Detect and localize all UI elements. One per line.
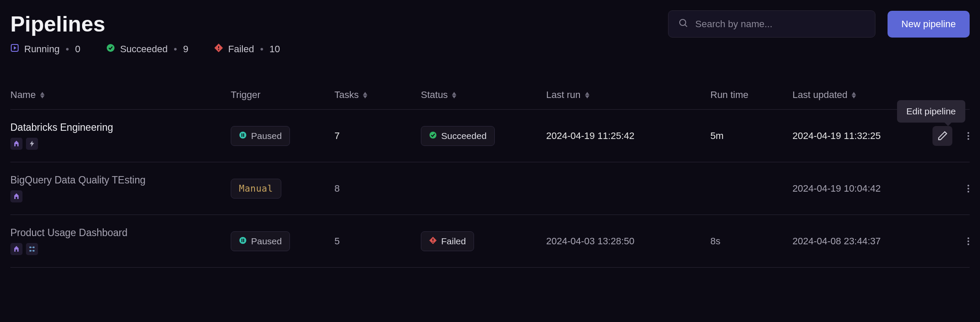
pipeline-type-icons <box>10 190 231 202</box>
filter-count: 10 <box>270 44 280 55</box>
table-row[interactable]: Databricks Engineering Paused 7 Succeede… <box>10 110 970 162</box>
column-status[interactable]: Status <box>421 89 546 101</box>
edit-pipeline-tooltip: Edit pipeline <box>897 100 965 123</box>
column-name[interactable]: Name <box>10 89 231 101</box>
svg-rect-9 <box>242 133 242 137</box>
svg-rect-28 <box>243 239 244 242</box>
check-circle-icon <box>106 44 115 55</box>
run-time-value: 8s <box>710 236 792 247</box>
svg-point-7 <box>16 141 17 142</box>
filter-running[interactable]: Running • 0 <box>10 44 80 55</box>
page-title: Pipelines <box>10 12 105 37</box>
last-updated-value: 2024-04-19 11:32:25 <box>792 130 931 142</box>
svg-point-11 <box>430 132 436 139</box>
last-run-value: 2024-04-03 13:28:50 <box>546 236 710 247</box>
svg-point-12 <box>967 132 969 134</box>
table-row[interactable]: Product Usage Dashboard Paused 5 Failed … <box>10 215 970 268</box>
sort-icon <box>852 92 856 98</box>
tasks-count: 7 <box>334 130 421 142</box>
svg-point-15 <box>16 194 17 195</box>
git-icon <box>10 243 22 255</box>
check-circle-icon <box>429 131 437 141</box>
table-row[interactable]: BigQuery Data Quality TEsting Manual 8 2… <box>10 162 970 215</box>
pipeline-name: Product Usage Dashboard <box>10 227 231 239</box>
filter-succeeded[interactable]: Succeeded • 9 <box>106 44 188 55</box>
last-updated-value: 2024-04-19 10:04:42 <box>792 183 931 194</box>
last-run-value: 2024-04-19 11:25:42 <box>546 130 710 142</box>
status-badge: Succeeded <box>421 126 495 146</box>
sort-icon <box>585 92 589 98</box>
column-run-time: Run time <box>710 89 792 101</box>
svg-point-16 <box>967 185 969 186</box>
column-trigger: Trigger <box>231 89 334 101</box>
filter-label: Running <box>24 44 60 55</box>
trigger-badge: Paused <box>231 126 290 146</box>
filter-count: 0 <box>75 44 80 55</box>
pipeline-type-icons <box>10 243 231 255</box>
lightning-icon <box>26 138 38 150</box>
pause-icon <box>239 131 247 141</box>
nodes-icon <box>26 243 38 255</box>
more-actions-button[interactable] <box>958 126 978 146</box>
git-icon <box>10 190 22 202</box>
edit-button[interactable] <box>932 126 952 146</box>
alert-diamond-icon <box>214 44 223 55</box>
svg-point-8 <box>239 132 246 139</box>
svg-point-18 <box>967 191 969 193</box>
trigger-badge: Manual <box>231 179 281 199</box>
svg-point-6 <box>218 49 219 50</box>
filter-label: Failed <box>228 44 254 55</box>
more-actions-button[interactable] <box>958 179 978 199</box>
status-badge: Failed <box>421 231 474 251</box>
sort-icon <box>452 92 456 98</box>
table-header: Name Trigger Tasks Status Last run <box>10 89 970 110</box>
svg-point-33 <box>967 240 969 242</box>
svg-point-3 <box>107 44 115 52</box>
svg-rect-10 <box>243 133 244 137</box>
search-input[interactable] <box>695 19 865 30</box>
filter-label: Succeeded <box>120 44 168 55</box>
alert-diamond-icon <box>429 236 437 246</box>
pipeline-name: Databricks Engineering <box>10 122 231 133</box>
svg-point-19 <box>16 246 17 248</box>
filter-count: 9 <box>183 44 188 55</box>
svg-point-14 <box>967 138 969 140</box>
search-input-wrap[interactable] <box>668 10 875 38</box>
status-filter-row: Running • 0 Succeeded • 9 Failed • 10 <box>10 44 970 55</box>
git-icon <box>10 138 22 150</box>
tasks-count: 5 <box>334 236 421 247</box>
sort-icon <box>40 92 45 98</box>
svg-point-26 <box>239 237 246 244</box>
svg-point-34 <box>967 243 969 245</box>
column-tasks[interactable]: Tasks <box>334 89 421 101</box>
svg-point-32 <box>967 237 969 239</box>
column-last-updated[interactable]: Last updated <box>792 89 931 101</box>
svg-rect-27 <box>242 239 242 242</box>
svg-point-13 <box>967 135 969 137</box>
pipeline-type-icons <box>10 138 231 150</box>
run-time-value: 5m <box>710 130 792 142</box>
tasks-count: 8 <box>334 183 421 194</box>
sort-icon <box>363 92 367 98</box>
column-last-run[interactable]: Last run <box>546 89 710 101</box>
svg-point-0 <box>680 19 686 25</box>
search-icon <box>678 18 688 30</box>
svg-line-1 <box>685 25 687 27</box>
pipeline-name: BigQuery Data Quality TEsting <box>10 174 231 186</box>
trigger-badge: Paused <box>231 231 290 251</box>
last-updated-value: 2024-04-08 23:44:37 <box>792 236 931 247</box>
pause-icon <box>239 236 247 246</box>
svg-point-31 <box>433 241 433 242</box>
new-pipeline-button[interactable]: New pipeline <box>888 11 970 38</box>
svg-point-17 <box>967 188 969 189</box>
more-actions-button[interactable] <box>958 231 978 251</box>
filter-failed[interactable]: Failed • 10 <box>214 44 280 55</box>
running-icon <box>10 44 19 55</box>
